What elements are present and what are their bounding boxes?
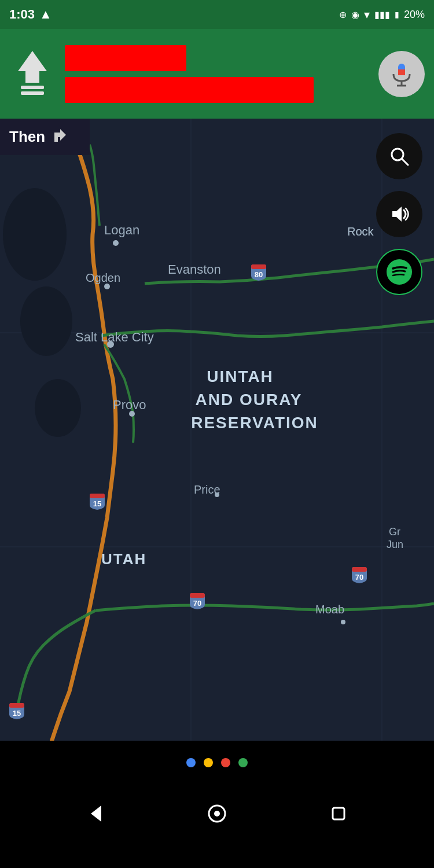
search-button[interactable] <box>376 133 422 179</box>
reservation-label: RESERVATION <box>191 414 318 432</box>
battery-percent: 20% <box>404 9 425 21</box>
nav-redacted-top <box>65 45 186 71</box>
svg-rect-26 <box>90 494 105 498</box>
svg-rect-1 <box>21 86 44 89</box>
svg-point-13 <box>20 286 72 356</box>
turn-icon <box>50 126 68 148</box>
location-icon: ◉ <box>351 9 359 20</box>
and-ouray-label: AND OURAY <box>196 391 303 409</box>
logan-label: Logan <box>104 223 139 237</box>
nav-bar <box>0 741 434 868</box>
svg-marker-37 <box>91 806 101 822</box>
key-icon: ⊕ <box>339 9 347 20</box>
svg-rect-24 <box>251 264 266 269</box>
nav-text-block <box>65 45 369 103</box>
svg-text:15: 15 <box>93 499 101 508</box>
dot-1 <box>186 758 196 767</box>
svg-point-20 <box>341 620 345 624</box>
ogden-label: Ogden <box>86 271 120 284</box>
svg-rect-30 <box>352 567 367 572</box>
nav-header <box>0 29 434 119</box>
svg-text:70: 70 <box>193 599 201 608</box>
uintah-label: UINTAH <box>207 367 274 385</box>
evanston-label: Evanston <box>168 262 221 277</box>
svg-point-14 <box>35 379 81 437</box>
microphone-button[interactable] <box>378 51 425 97</box>
svg-point-16 <box>104 284 110 289</box>
gr-jun-label: Gr <box>389 526 400 538</box>
spotify-button[interactable] <box>376 249 422 295</box>
battery-icon: ▮ <box>395 10 399 19</box>
up-arrow-button[interactable] <box>9 39 56 109</box>
dot-4 <box>238 758 248 767</box>
svg-point-12 <box>3 188 67 281</box>
svg-point-36 <box>387 259 412 285</box>
price-label: Price <box>194 483 220 496</box>
map-area: Logan Ogden Evanston Rock Salt Lake City… <box>0 119 434 749</box>
svg-rect-4 <box>398 69 405 75</box>
then-instruction: Then <box>0 119 90 155</box>
rock-label: Rock <box>347 225 374 238</box>
recents-button[interactable] <box>321 796 356 831</box>
map-buttons <box>376 133 422 295</box>
sound-button[interactable] <box>376 191 422 237</box>
svg-text:80: 80 <box>255 270 263 279</box>
svg-point-15 <box>113 240 119 246</box>
svg-point-39 <box>214 811 220 816</box>
svg-line-35 <box>402 159 408 165</box>
signal-icon: ▮▮▮ <box>374 9 390 20</box>
then-label: Then <box>9 128 45 146</box>
svg-marker-0 <box>18 51 47 83</box>
svg-rect-40 <box>333 808 344 819</box>
dot-2 <box>204 758 213 767</box>
svg-text:70: 70 <box>355 573 363 582</box>
status-bar: 1:03 ▲ ⊕ ◉ ▾ ▮▮▮ ▮ 20% <box>0 0 434 29</box>
home-button[interactable] <box>200 796 234 831</box>
nav-redacted-bottom <box>65 77 314 103</box>
svg-rect-2 <box>21 91 44 95</box>
svg-rect-28 <box>190 593 205 598</box>
provo-label: Provo <box>113 398 146 412</box>
svg-text:15: 15 <box>13 709 21 718</box>
back-button[interactable] <box>78 796 113 831</box>
moab-label: Moab <box>315 603 344 616</box>
utah-label: UTAH <box>101 550 146 568</box>
nav-dots <box>186 741 248 779</box>
location-arrow-icon: ▲ <box>39 7 52 22</box>
dot-3 <box>221 758 230 767</box>
wifi-icon: ▾ <box>364 8 370 21</box>
svg-rect-32 <box>9 703 24 708</box>
sys-nav-buttons <box>0 785 434 843</box>
status-time: 1:03 <box>9 7 35 22</box>
salt-lake-city-label: Salt Lake City <box>75 330 154 344</box>
svg-text:Jun: Jun <box>387 539 403 550</box>
